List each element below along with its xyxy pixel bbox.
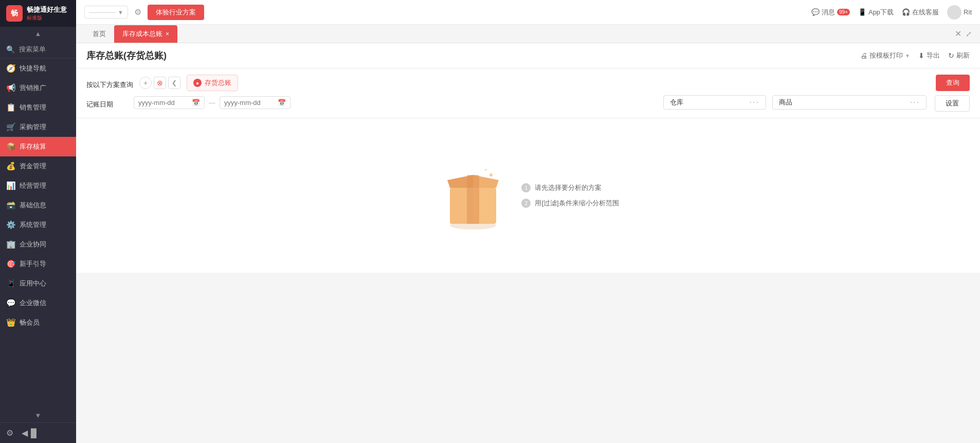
sidebar-item-base-info[interactable]: 🗃️ 基础信息: [0, 196, 76, 215]
app-download-item[interactable]: 📱 App下载: [858, 8, 894, 17]
sidebar-item-beginner[interactable]: 🎯 新手引导: [0, 254, 76, 274]
app-center-icon: 📱: [6, 279, 15, 288]
filter-fields-row: 记账日期 📅 — 📅: [86, 95, 927, 110]
empty-hint-2: 2 用[过滤]条件来缩小分析范围: [521, 199, 619, 208]
messages-badge: 99+: [837, 9, 850, 15]
goods-selector[interactable]: 商品 ···: [772, 95, 927, 110]
refresh-icon: ↻: [948, 51, 954, 60]
query-button[interactable]: 查询: [936, 75, 970, 91]
print-button[interactable]: 🖨 按模板打印 ▼: [860, 51, 910, 60]
topbar-right: 💬 消息 99+ 📱 App下载 🎧 在线客服 Rit: [811, 5, 972, 20]
warehouse-more-icon[interactable]: ···: [750, 98, 759, 107]
tab-inventory-ledger[interactable]: 库存成本总账 ×: [114, 25, 177, 43]
tab-close-icon[interactable]: ×: [166, 30, 169, 38]
search-icon: 🔍: [6, 45, 15, 54]
sidebar-item-operations[interactable]: 📊 经营管理: [0, 176, 76, 196]
scheme-item-inventory[interactable]: ● 存货总账: [187, 75, 238, 91]
enterprise-icon: 🏢: [6, 240, 15, 249]
print-icon: 🖨: [860, 51, 867, 60]
sidebar-logo: 畅 畅捷通好生意 标准版: [0, 0, 76, 27]
wechat-icon: 💬: [6, 298, 15, 308]
scroll-down-btn[interactable]: ▼: [0, 409, 76, 422]
close-panel-button[interactable]: ✕: [955, 29, 961, 39]
content-area: 1 请先选择要分析的方案 2 用[过滤]条件来缩小分析范围: [76, 118, 980, 273]
sidebar-item-app-center[interactable]: 📱 应用中心: [0, 274, 76, 293]
page-title: 库存总账(存货总账): [86, 49, 167, 62]
filter-scheme-row: 按以下方案查询 + ⊗ ❮ ● 存货总账: [86, 75, 927, 91]
add-filter-button[interactable]: +: [139, 77, 152, 89]
sidebar-item-purchase[interactable]: 🛒 采购管理: [0, 117, 76, 137]
sidebar-item-wechat[interactable]: 💬 企业微信: [0, 293, 76, 313]
trial-industry-button[interactable]: 体验行业方案: [148, 5, 204, 20]
date-label: 记账日期: [86, 96, 128, 109]
refresh-button[interactable]: ↻ 刷新: [948, 51, 970, 60]
expand-button[interactable]: ⤢: [966, 30, 972, 38]
purchase-icon: 🛒: [6, 122, 15, 132]
sidebar: 畅 畅捷通好生意 标准版 ▲ 🔍 搜索菜单 🧭 快捷导航 📢 营销推广 📋 销售…: [0, 0, 76, 443]
empty-hint-1: 1 请先选择要分析的方案: [521, 183, 619, 192]
sales-icon: 📋: [6, 103, 15, 112]
page-header: 库存总账(存货总账) 🖨 按模板打印 ▼ ⬇ 导出 ↻ 刷新: [76, 43, 980, 68]
user-avatar: [947, 5, 961, 20]
svg-point-6: [489, 173, 493, 176]
logo-text: 畅捷通好生意 标准版: [27, 5, 67, 22]
headset-icon: 🎧: [902, 8, 910, 16]
export-button[interactable]: ⬇ 导出: [918, 51, 940, 60]
operations-icon: 📊: [6, 181, 15, 190]
empty-box-svg: [437, 160, 509, 232]
remove-filter-button[interactable]: ⊗: [154, 77, 166, 89]
tabs-bar: 首页 库存成本总账 × ✕ ⤢: [76, 25, 980, 43]
finance-icon: 💰: [6, 162, 15, 171]
empty-illustration: [437, 160, 509, 232]
filter-left: 按以下方案查询 + ⊗ ❮ ● 存货总账 记账日期: [86, 75, 927, 110]
date-start-input[interactable]: [138, 99, 190, 107]
export-icon: ⬇: [918, 51, 924, 60]
settings-button[interactable]: 设置: [935, 95, 970, 112]
search-menu[interactable]: 🔍 搜索菜单: [0, 41, 76, 59]
main-content: ———— ▼ ⚙ 体验行业方案 💬 消息 99+ 📱 App下载 🎧 在线客服: [76, 0, 980, 443]
filter-add-buttons: + ⊗ ❮: [139, 77, 180, 89]
tab-home[interactable]: 首页: [84, 25, 114, 43]
message-icon: 💬: [811, 8, 820, 16]
online-support-item[interactable]: 🎧 在线客服: [902, 8, 939, 17]
calendar-end-icon[interactable]: 📅: [278, 99, 286, 107]
sidebar-item-system[interactable]: ⚙️ 系统管理: [0, 215, 76, 235]
svg-rect-5: [467, 175, 479, 224]
sidebar-item-inventory[interactable]: 📦 库存核算: [0, 137, 76, 156]
sidebar-item-member[interactable]: 👑 畅会员: [0, 313, 76, 332]
sidebar-footer: ⚙ ◀▐▌: [0, 422, 76, 443]
user-profile[interactable]: Rit: [947, 5, 972, 20]
hint-num-1: 1: [521, 183, 531, 192]
scroll-up-btn[interactable]: ▲: [0, 27, 76, 41]
sidebar-item-enterprise[interactable]: 🏢 企业协同: [0, 235, 76, 254]
calendar-start-icon[interactable]: 📅: [192, 99, 200, 107]
breadcrumb-dropdown[interactable]: ———— ▼: [84, 6, 128, 19]
phone-icon: 📱: [858, 8, 866, 16]
base-info-icon: 🗃️: [6, 201, 15, 210]
page-container: 库存总账(存货总账) 🖨 按模板打印 ▼ ⬇ 导出 ↻ 刷新: [76, 43, 980, 443]
topbar-left: ———— ▼ ⚙ 体验行业方案: [84, 5, 805, 20]
date-end-group[interactable]: 📅: [220, 96, 291, 109]
print-dropdown-icon[interactable]: ▼: [905, 53, 910, 59]
goods-more-icon[interactable]: ···: [910, 98, 920, 107]
logo-icon: 畅: [6, 5, 23, 22]
tab-right-actions: ✕ ⤢: [955, 29, 972, 39]
sidebar-item-sales[interactable]: 📋 销售管理: [0, 98, 76, 117]
settings-footer-icon[interactable]: ⚙: [6, 428, 13, 438]
date-end-input[interactable]: [224, 99, 276, 107]
svg-point-7: [485, 169, 487, 171]
date-separator: —: [209, 99, 215, 107]
topbar: ———— ▼ ⚙ 体验行业方案 💬 消息 99+ 📱 App下载 🎧 在线客服: [76, 0, 980, 25]
system-icon: ⚙️: [6, 220, 15, 229]
collapse-filter-button[interactable]: ❮: [168, 77, 180, 89]
topbar-settings-icon[interactable]: ⚙: [132, 5, 143, 19]
warehouse-selector[interactable]: 仓库 ···: [663, 95, 766, 110]
filter-inner: 按以下方案查询 + ⊗ ❮ ● 存货总账 记账日期: [86, 75, 970, 112]
messages-item[interactable]: 💬 消息 99+: [811, 8, 850, 17]
sidebar-item-finance[interactable]: 💰 资金管理: [0, 156, 76, 176]
date-start-group[interactable]: 📅: [134, 96, 205, 109]
sidebar-item-marketing[interactable]: 📢 营销推广: [0, 78, 76, 98]
audio-footer-icon[interactable]: ◀▐▌: [22, 428, 40, 438]
sidebar-item-quick-nav[interactable]: 🧭 快捷导航: [0, 59, 76, 78]
inventory-icon: 📦: [6, 142, 15, 151]
